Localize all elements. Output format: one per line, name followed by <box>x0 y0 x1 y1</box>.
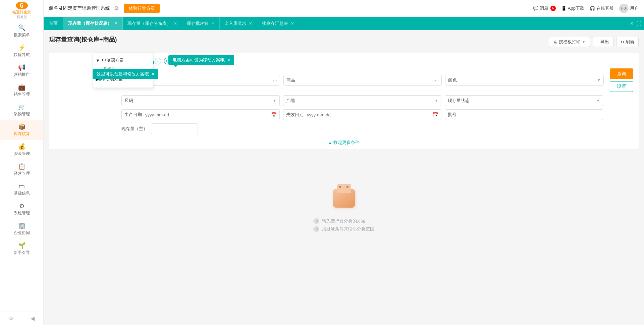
hint-num-2: ② <box>313 226 319 232</box>
tab-receive-summary[interactable]: 收发存汇总表 ✕ <box>257 17 299 30</box>
filter-field-batch[interactable]: 批号 <box>445 109 603 120</box>
tooltip-close-btn-2[interactable]: × <box>152 71 154 77</box>
filter-field-produce-date[interactable]: 生产日期 📅 <box>121 109 280 120</box>
origin-label: 产地 <box>286 98 295 104</box>
expire-date-input[interactable] <box>307 112 429 117</box>
sidebar-item-label: 资金管理 <box>14 151 30 157</box>
print-caret-icon: ▼ <box>582 40 586 44</box>
print-btn[interactable]: 🖨 按模板打印 ▼ <box>549 37 590 47</box>
tooltip-text: 这里可以创建和修改方案哦 <box>97 71 149 77</box>
sidebar-item-marketing[interactable]: 📢 营销推广 <box>0 61 43 81</box>
user-area[interactable]: Ea 用户 <box>619 4 639 13</box>
batch-label: 批号 <box>448 112 457 118</box>
tab-label: 现存量（库存分布表） <box>127 20 171 26</box>
sidebar-item-label: 库存核算 <box>14 131 30 137</box>
sidebar-item-basic-info[interactable]: 🗃 基础信息 <box>0 180 43 200</box>
tab-io-flow[interactable]: 出入库流水 ✕ <box>220 17 257 30</box>
empty-state: ① 请先选择要分析的方案 ② 用过滤条件来缩小分析范围 <box>49 152 639 259</box>
export-btn[interactable]: ↑ 导出 <box>593 37 614 47</box>
color-label: 颜色 <box>448 77 457 83</box>
empty-hint-1: ① 请先选择要分析的方案 <box>313 218 374 224</box>
empty-box-face <box>337 184 351 193</box>
filter-field-color[interactable]: 颜色 ▼ <box>445 75 604 86</box>
finance-icon: 💰 <box>18 144 25 150</box>
sidebar-item-inventory[interactable]: 📦 库存核算 <box>0 120 43 140</box>
sidebar-item-sales[interactable]: 💼 销售管理 <box>0 81 43 101</box>
logo-icon: 6 <box>16 2 28 9</box>
search-menu-icon: 🔍 <box>18 25 25 31</box>
sales-icon: 💼 <box>18 84 25 90</box>
stock-qty-label: 现存量（主） <box>121 126 148 132</box>
tab-expand-icon[interactable]: ⛶ <box>637 21 641 26</box>
empty-eye-left <box>339 186 341 188</box>
filter-field-size[interactable]: 尺码 ▼ <box>121 95 280 106</box>
sidebar-item-enterprise[interactable]: 🏢 企业协同 <box>0 219 43 239</box>
filter-field-product[interactable]: 商品 ··· <box>283 75 442 86</box>
stock-qty-from[interactable] <box>151 123 198 134</box>
sidebar-item-finance[interactable]: 💰 资金管理 <box>0 140 43 160</box>
topbar-right: 💬 消息 6 📱 App下载 🎧 在线客服 Ea 用户 <box>533 4 639 13</box>
product-more-icon[interactable]: ··· <box>435 77 439 83</box>
scheme-group-label: 电脑端方案 <box>102 57 124 63</box>
produce-date-label: 生产日期 <box>124 112 142 118</box>
tab-close-icon[interactable]: ✕ <box>174 21 177 26</box>
hint-text-1: 请先选择要分析的方案 <box>322 218 366 224</box>
size-label: 尺码 <box>124 98 133 104</box>
scheme-group-pc-title[interactable]: ▼ 电脑端方案 <box>93 56 153 65</box>
page-actions: 🖨 按模板打印 ▼ ↑ 导出 ↻ 刷新 <box>549 37 639 47</box>
tab-label: 现存量（库存状况表） <box>68 20 112 26</box>
produce-date-input[interactable] <box>145 112 268 117</box>
filter-add-btn[interactable]: + <box>155 58 161 64</box>
filter-field-stock-status[interactable]: 现存量状态 ▼ <box>445 95 603 106</box>
sidebar-item-label: 经营管理 <box>14 171 30 176</box>
app-download-btn[interactable]: 📱 App下载 <box>561 5 584 11</box>
filter-field-expire-date[interactable]: 失效日期 📅 <box>283 109 441 120</box>
stock-status-label: 现存量状态 <box>448 98 470 104</box>
service-btn[interactable]: 🎧 在线客服 <box>590 5 614 11</box>
empty-illustration <box>327 179 361 213</box>
tab-home-label: 首页 <box>49 20 58 26</box>
export-icon: ↑ <box>597 40 599 45</box>
tab-close-icon[interactable]: ✕ <box>211 21 215 26</box>
refresh-btn[interactable]: ↻ 刷新 <box>616 37 639 47</box>
stock-status-caret-icon[interactable]: ▼ <box>596 98 600 103</box>
logo-area: 6 畅通好生意 标准版 <box>0 0 43 20</box>
topbar-settings-icon[interactable]: ⚙ <box>114 5 119 11</box>
filter-field-origin[interactable]: 产地 ▼ <box>283 95 441 106</box>
sidebar-item-quick-nav[interactable]: ⚡ 快捷导航 <box>0 41 43 61</box>
query-btn[interactable]: 查询 <box>610 68 633 79</box>
settings-btn[interactable]: ⚙ <box>9 315 13 322</box>
origin-caret-icon[interactable]: ▼ <box>434 98 438 103</box>
sidebar-item-guide[interactable]: 🌱 新手引导 <box>0 239 43 259</box>
scheme-group-arrow-icon: ▼ <box>96 58 100 63</box>
color-caret-icon[interactable]: ▼ <box>597 78 601 83</box>
message-btn[interactable]: 💬 消息 6 <box>533 5 556 11</box>
sidebar-item-label: 基础信息 <box>14 191 30 196</box>
filter-collapse-btn[interactable]: ▲ 收起更多条件 <box>54 138 633 149</box>
tab-inventory-dist[interactable]: 现存量（库存分布表） ✕ <box>123 17 182 30</box>
tab-close-icon[interactable]: ✕ <box>249 21 252 26</box>
hint-text-2: 用过滤条件来缩小分析范围 <box>322 226 374 232</box>
tab-close-icon[interactable]: ✕ <box>114 21 118 26</box>
sidebar-item-label: 快捷导航 <box>14 52 30 58</box>
sidebar-item-operations[interactable]: 📋 经营管理 <box>0 160 43 180</box>
tab-close-icon[interactable]: ✕ <box>291 21 294 26</box>
tab-inventory-status[interactable]: 现存量（库存状况表） ✕ <box>63 17 123 30</box>
tab-home[interactable]: 首页 <box>44 17 63 30</box>
warehouse-more-icon[interactable]: ··· <box>273 77 277 83</box>
tooltip-close-btn[interactable]: × <box>227 57 230 63</box>
trial-btn[interactable]: 体验行业方案 <box>124 4 160 13</box>
sidebar-item-search-menu[interactable]: 🔍 搜索菜单 <box>0 21 43 41</box>
collapse-btn[interactable]: ◀ <box>31 315 35 322</box>
sidebar-item-purchase[interactable]: 🛒 采购管理 <box>0 101 43 120</box>
sidebar-item-system[interactable]: ⚙ 系统管理 <box>0 200 43 219</box>
empty-eye-right <box>346 186 348 188</box>
tab-close-all-icon[interactable]: ✕ <box>630 21 634 26</box>
topbar: 装备及固定资产辅助管理系统 ⚙ 体验行业方案 💬 消息 6 📱 App下载 🎧 … <box>44 0 644 17</box>
calendar-icon[interactable]: 📅 <box>271 112 277 117</box>
set-btn[interactable]: 设置 <box>610 81 633 92</box>
basic-info-icon: 🗃 <box>19 183 25 189</box>
tab-batch-account[interactable]: 库存批次账 ✕ <box>182 17 220 30</box>
calendar-icon-2[interactable]: 📅 <box>433 112 438 117</box>
size-caret-icon[interactable]: ▼ <box>273 98 277 103</box>
